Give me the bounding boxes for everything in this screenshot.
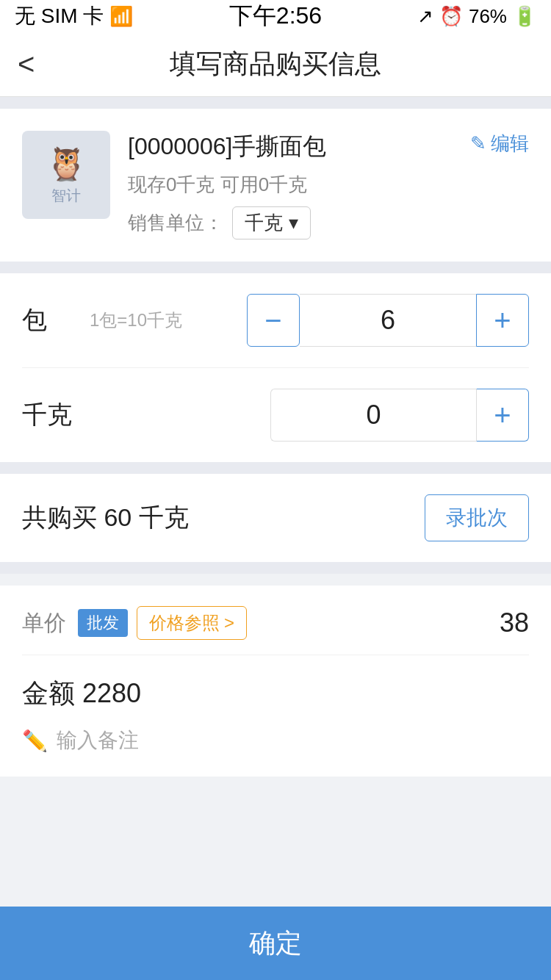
product-thumbnail: 🦉 智计 bbox=[22, 131, 110, 219]
price-value: 38 bbox=[500, 608, 529, 638]
bao-minus-button[interactable]: − bbox=[247, 294, 300, 347]
kg-qty-input[interactable] bbox=[270, 389, 476, 442]
amount-label: 金额 bbox=[22, 678, 75, 708]
alarm-icon: ⏰ bbox=[439, 5, 463, 28]
unit-selector[interactable]: 千克 ▾ bbox=[232, 206, 311, 239]
amount-value: 2280 bbox=[82, 678, 141, 708]
edit-button[interactable]: ✎ 编辑 bbox=[470, 131, 529, 156]
bao-label: 包 bbox=[22, 303, 81, 337]
product-stock: 现存0千克 可用0千克 bbox=[128, 172, 529, 198]
bao-qty-input[interactable] bbox=[300, 294, 476, 347]
kg-label: 千克 bbox=[22, 398, 81, 432]
top-divider bbox=[0, 97, 551, 109]
amount-row: 金额 2280 bbox=[22, 676, 529, 712]
status-time: 下午2:56 bbox=[229, 0, 322, 32]
bao-qty-controls: − + bbox=[247, 294, 529, 347]
carrier-text: 无 SIM 卡 bbox=[15, 2, 104, 30]
status-right: ↗ ⏰ 76% 🔋 bbox=[417, 5, 536, 28]
kg-row: 千克 + bbox=[22, 368, 529, 462]
batch-button[interactable]: 录批次 bbox=[425, 494, 529, 541]
amount-section: 金额 2280 ✏️ 输入备注 bbox=[0, 655, 551, 777]
wifi-icon: 📶 bbox=[109, 5, 133, 28]
unit-arrow-icon: ▾ bbox=[289, 212, 298, 234]
total-text: 共购买 60 千克 bbox=[22, 501, 189, 535]
back-button[interactable]: < bbox=[18, 48, 35, 81]
location-icon: ↗ bbox=[417, 5, 433, 28]
product-info: [0000006]手撕面包 现存0千克 可用0千克 销售单位： 千克 ▾ bbox=[128, 131, 529, 239]
price-row: 单价 批发 价格参照 > 38 bbox=[22, 606, 529, 655]
bao-row: 包 1包=10千克 − + bbox=[22, 273, 529, 368]
status-bar: 无 SIM 卡 📶 下午2:56 ↗ ⏰ 76% 🔋 bbox=[0, 0, 551, 32]
status-left: 无 SIM 卡 📶 bbox=[15, 2, 133, 30]
product-card: 🦉 智计 [0000006]手撕面包 现存0千克 可用0千克 销售单位： 千克 … bbox=[0, 109, 551, 262]
unit-value: 千克 bbox=[245, 210, 283, 236]
total-row: 共购买 60 千克 录批次 bbox=[0, 474, 551, 562]
price-label: 单价 bbox=[22, 608, 66, 638]
price-section: 单价 批发 价格参照 > 38 bbox=[0, 586, 551, 655]
unit-label: 销售单位： bbox=[128, 210, 223, 236]
kg-plus-button[interactable]: + bbox=[476, 389, 529, 442]
edit-icon: ✎ bbox=[470, 132, 486, 155]
battery-icon: 🔋 bbox=[513, 5, 536, 28]
price-ref-label: 价格参照 bbox=[149, 611, 220, 635]
confirm-bar[interactable]: 确定 bbox=[0, 907, 551, 980]
remark-row[interactable]: ✏️ 输入备注 bbox=[22, 727, 529, 754]
product-unit-row: 销售单位： 千克 ▾ bbox=[128, 206, 529, 239]
edit-label: 编辑 bbox=[491, 131, 529, 156]
bao-sublabel: 1包=10千克 bbox=[90, 309, 247, 332]
product-thumb-label: 智计 bbox=[51, 186, 81, 206]
remark-input[interactable]: 输入备注 bbox=[57, 727, 139, 754]
bao-plus-button[interactable]: + bbox=[476, 294, 529, 347]
battery-text: 76% bbox=[469, 5, 507, 28]
page-title: 填写商品购买信息 bbox=[170, 46, 381, 82]
price-ref-button[interactable]: 价格参照 > bbox=[137, 606, 247, 640]
divider-2 bbox=[0, 462, 551, 474]
pencil-icon: ✏️ bbox=[22, 729, 48, 753]
mid-divider bbox=[0, 262, 551, 273]
kg-qty-controls: + bbox=[270, 389, 529, 442]
product-thumb-icon: 🦉 bbox=[46, 145, 87, 183]
quantity-section: 包 1包=10千克 − + 千克 + bbox=[0, 273, 551, 462]
product-name: [0000006]手撕面包 bbox=[128, 131, 529, 163]
nav-bar: < 填写商品购买信息 bbox=[0, 32, 551, 97]
confirm-button[interactable]: 确定 bbox=[249, 926, 302, 962]
price-tag: 批发 bbox=[78, 609, 128, 637]
price-ref-arrow-icon: > bbox=[224, 613, 234, 633]
divider-3 bbox=[0, 562, 551, 574]
